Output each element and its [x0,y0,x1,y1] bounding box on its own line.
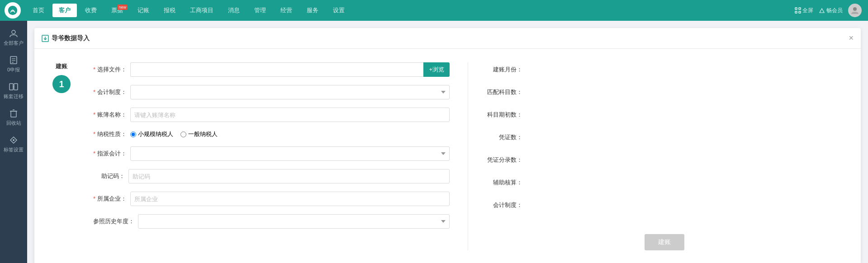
panel-close-button[interactable]: × [849,33,854,43]
nav-items: 首页客户收费票据new记账报税工商项目消息管理经营服务设置 [26,4,795,17]
accountant-select[interactable] [130,146,450,161]
ledger-name-row: * 账簿名称： [93,108,450,122]
general-taxpayer-radio-input[interactable] [180,132,186,137]
svg-rect-8 [10,56,17,64]
member-button[interactable]: 畅会员 [819,7,843,14]
file-input-wrapper: +浏览 [130,62,450,77]
nav-badge-invoices: new [117,5,128,10]
ledger-name-label: * 账簿名称： [93,111,127,119]
tax-type-label: * 纳税性质： [93,130,127,138]
sidebar-item-transfer[interactable]: 账套迁移 [0,79,27,103]
file-row: * 选择文件： +浏览 [93,62,450,77]
nav-item-finance[interactable]: 经营 [274,4,299,17]
svg-point-18 [13,139,14,141]
small-taxpayer-radio-input[interactable] [130,132,136,137]
nav-item-manage[interactable]: 管理 [248,4,272,17]
tax-radio-group: 小规模纳税人 一般纳税人 [130,130,218,138]
svg-rect-3 [799,8,801,9]
form-area: 建账 1 * 选择文件： +浏览 [34,49,861,263]
accounting-label: * 会计制度： [93,88,127,96]
app-logo [5,2,21,19]
nav-item-business[interactable]: 工商项目 [184,4,220,17]
sidebar-item-declaration[interactable]: 0申报 [0,52,27,77]
step-indicator: 建账 1 [52,62,71,250]
accounting-row: * 会计制度： [93,85,450,99]
match-subjects-row: 匹配科目数： [486,85,843,99]
nav-item-accounts[interactable]: 记账 [131,4,156,17]
accounting-system-label: 会计制度： [486,201,522,209]
step-label: 建账 [56,62,67,70]
accounting-select[interactable] [130,85,450,99]
file-label: * 选择文件： [93,66,127,74]
history-year-label: 参照历史年度： [93,217,134,225]
accountant-label: * 指派会计： [93,150,127,158]
nav-item-fees[interactable]: 收费 [79,4,103,17]
nav-item-invoices[interactable]: 票据new [105,4,129,17]
voucher-count-label: 凭证数： [486,133,522,141]
nav-item-messages[interactable]: 消息 [222,4,246,17]
member-label: 畅会员 [826,7,843,14]
step-circle: 1 [52,75,71,93]
sidebar: 全部客户 0申报 账套迁移 回收站 标签设置 [0,21,27,263]
ledger-name-input[interactable] [130,108,450,122]
build-button[interactable]: 建账 [645,234,684,250]
memo-row: 助记码： [93,169,450,183]
memo-label: 助记码： [93,172,125,180]
fullscreen-button[interactable]: 全屏 [795,7,813,14]
accounting-system-row: 会计制度： [486,198,843,212]
sidebar-label-all-clients: 全部客户 [4,40,24,47]
build-btn-container: 建账 [486,230,843,250]
right-form-inner: 建账月份： 匹配科目数： 科目期初数： 凭证数： [486,62,843,250]
memo-input[interactable] [128,169,450,183]
nav-item-settings[interactable]: 设置 [327,4,351,17]
content-area: 导爷数据导入 × 建账 1 * 选择文件： [27,21,868,263]
history-year-select[interactable] [138,214,450,229]
company-row: * 所属企业： [93,192,450,206]
general-taxpayer-radio[interactable]: 一般纳税人 [180,130,218,138]
import-panel: 导爷数据导入 × 建账 1 * 选择文件： [34,28,861,263]
user-avatar[interactable] [848,4,862,17]
sidebar-item-trash[interactable]: 回收站 [0,105,27,130]
browse-button[interactable]: +浏览 [423,62,450,77]
voucher-entries-row: 凭证分录数： [486,153,843,167]
subject-initial-row: 科目期初数： [486,108,843,122]
left-form: * 选择文件： +浏览 * 会计制度： [93,62,450,250]
match-subjects-label: 匹配科目数： [486,88,522,96]
sidebar-item-all-clients[interactable]: 全部客户 [0,25,27,50]
right-form: 建账月份： 匹配科目数： 科目期初数： 凭证数： [486,62,843,250]
tax-type-row: * 纳税性质： 小规模纳税人 一般纳税人 [93,130,450,138]
fullscreen-label: 全屏 [802,7,813,14]
top-navigation: 首页客户收费票据new记账报税工商项目消息管理经营服务设置 全屏 畅会员 [0,0,868,21]
sidebar-label-declaration: 0申报 [7,66,20,73]
nav-item-clients[interactable]: 客户 [52,4,77,17]
month-row: 建账月份： [486,62,843,77]
aux-accounting-label: 辅助核算： [486,178,522,187]
svg-rect-2 [795,8,797,9]
sidebar-label-transfer: 账套迁移 [4,93,24,100]
sidebar-item-tags[interactable]: 标签设置 [0,132,27,157]
svg-point-7 [12,30,15,34]
svg-point-6 [853,7,857,11]
accountant-row: * 指派会计： [93,146,450,161]
company-label: * 所属企业： [93,195,127,203]
month-label: 建账月份： [486,66,522,74]
aux-accounting-row: 辅助核算： [486,175,843,190]
nav-item-home[interactable]: 首页 [26,4,51,17]
panel-title: 导爷数据导入 [42,34,90,42]
history-year-row: 参照历史年度： [93,214,450,229]
voucher-entries-label: 凭证分录数： [486,156,522,164]
voucher-count-row: 凭证数： [486,130,843,145]
svg-rect-4 [795,11,797,13]
company-input[interactable] [130,192,450,206]
svg-rect-15 [11,111,16,117]
small-taxpayer-radio[interactable]: 小规模纳税人 [130,130,173,138]
nav-item-services[interactable]: 服务 [300,4,325,17]
sidebar-label-tags: 标签设置 [4,146,24,153]
nav-item-tax[interactable]: 报税 [157,4,182,17]
file-input[interactable] [130,62,424,77]
svg-rect-13 [14,84,18,90]
svg-rect-12 [9,84,13,90]
import-icon [42,35,49,42]
subject-initial-label: 科目期初数： [486,111,522,119]
topnav-right: 全屏 畅会员 [795,4,868,17]
